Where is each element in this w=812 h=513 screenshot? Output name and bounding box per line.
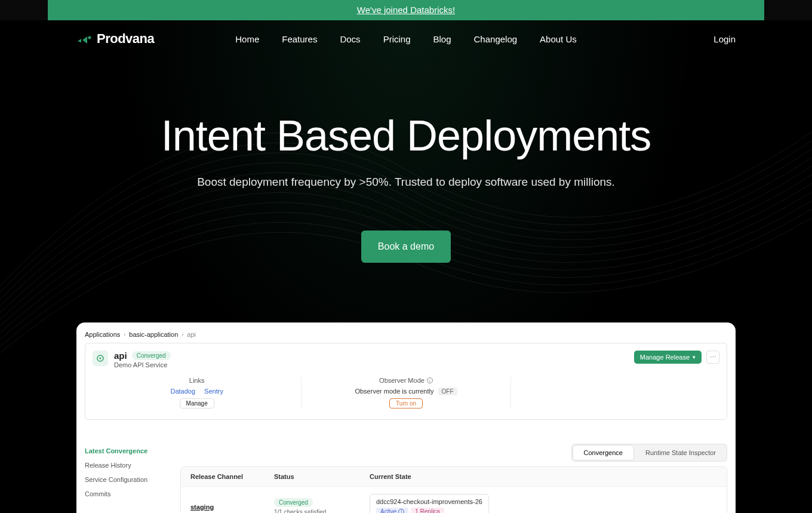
app-screenshot-panel: Applications › basic-application › api a… — [76, 322, 736, 513]
sidebar-commits[interactable]: Commits — [85, 487, 162, 501]
svg-point-2 — [100, 358, 102, 360]
manage-links-button[interactable]: Manage — [180, 398, 214, 408]
channel-staging[interactable]: staging — [190, 503, 214, 511]
announcement-banner: We've joined Databricks! — [48, 0, 764, 20]
nav-blog[interactable]: Blog — [433, 34, 451, 44]
tab-convergence[interactable]: Convergence — [573, 445, 634, 460]
breadcrumb-current: api — [187, 331, 196, 338]
site-header: Prodvana Home Features Docs Pricing Blog… — [0, 20, 812, 57]
breadcrumb-item[interactable]: basic-application — [129, 331, 178, 338]
current-state-box: ddcc924-checkout-improvements-26 Active … — [370, 494, 489, 513]
tab-runtime-inspector[interactable]: Runtime State Inspector — [635, 444, 727, 461]
more-menu-button[interactable]: ⋯ — [706, 351, 719, 364]
breadcrumb: Applications › basic-application › api — [85, 330, 727, 343]
observer-line: Observer mode is currently — [355, 388, 433, 395]
chevron-right-icon: › — [124, 331, 125, 337]
logo-icon — [76, 33, 92, 45]
nav-changelog[interactable]: Changelog — [474, 34, 518, 44]
observer-label: Observer Mode — [379, 377, 425, 384]
col-release-channel: Release Channel — [190, 473, 274, 480]
main-nav: Home Features Docs Pricing Blog Changelo… — [235, 34, 577, 44]
turn-on-button[interactable]: Turn on — [389, 398, 423, 408]
book-demo-button[interactable]: Book a demo — [361, 231, 451, 263]
link-datadog[interactable]: Datadog — [170, 388, 195, 395]
view-segmented-control: Convergence Runtime State Inspector — [571, 444, 727, 462]
chevron-right-icon: › — [182, 331, 183, 337]
status-badge: Converged — [132, 351, 171, 360]
info-icon[interactable]: i — [427, 377, 433, 383]
breadcrumb-item[interactable]: Applications — [85, 331, 120, 338]
logo-text: Prodvana — [97, 31, 154, 47]
sidebar-release-history[interactable]: Release History — [85, 458, 162, 472]
table-row: staging Converged 1/1 checks satisfied d… — [181, 487, 727, 513]
replica-tag: 1 Replica — [411, 508, 444, 513]
links-label: Links — [99, 377, 295, 384]
sidebar-latest-convergence[interactable]: Latest Convergence — [85, 444, 162, 458]
col-current-state: Current State — [370, 473, 717, 480]
info-icon[interactable]: i — [398, 509, 404, 514]
sidebar-service-configuration[interactable]: Service Configuration — [85, 472, 162, 487]
nav-docs[interactable]: Docs — [340, 34, 360, 44]
nav-pricing[interactable]: Pricing — [383, 34, 411, 44]
extra-column — [511, 377, 719, 408]
service-description: Demo API Service — [114, 361, 171, 368]
manage-release-label: Manage Release — [640, 354, 690, 361]
chevron-down-icon: ▾ — [693, 354, 696, 360]
link-sentry[interactable]: Sentry — [204, 388, 223, 395]
banner-link[interactable]: We've joined Databricks! — [357, 5, 455, 15]
row-checks: 1/1 checks satisfied — [274, 509, 370, 513]
links-column: Links Datadog Sentry Manage — [93, 377, 302, 408]
hero-subtitle: Boost deployment frequency by >50%. Trus… — [0, 176, 812, 189]
svg-point-0 — [88, 36, 91, 39]
logo[interactable]: Prodvana — [76, 31, 154, 47]
hero: Intent Based Deployments Boost deploymen… — [0, 57, 812, 287]
manage-release-button[interactable]: Manage Release ▾ — [634, 351, 702, 364]
active-tag: Active i — [376, 508, 408, 513]
commit-text: ddcc924-checkout-improvements-26 — [376, 498, 482, 505]
service-name: api — [114, 351, 127, 361]
release-table: Release Channel Status Current State sta… — [180, 466, 727, 513]
col-status: Status — [274, 473, 370, 480]
ellipsis-icon: ⋯ — [710, 354, 716, 361]
main-content: Convergence Runtime State Inspector Rele… — [180, 444, 727, 513]
login-link[interactable]: Login — [713, 34, 736, 44]
nav-features[interactable]: Features — [282, 34, 317, 44]
nav-home[interactable]: Home — [235, 34, 259, 44]
row-status-badge: Converged — [274, 498, 313, 507]
observer-state: OFF — [438, 388, 457, 395]
service-card: api Converged Demo API Service Manage Re… — [85, 343, 727, 420]
sidebar: Latest Convergence Release History Servi… — [85, 444, 162, 513]
observer-column: Observer Mode i Observer mode is current… — [302, 377, 510, 408]
service-icon — [93, 351, 108, 366]
hero-title: Intent Based Deployments — [0, 111, 812, 160]
nav-about[interactable]: About Us — [540, 34, 577, 44]
